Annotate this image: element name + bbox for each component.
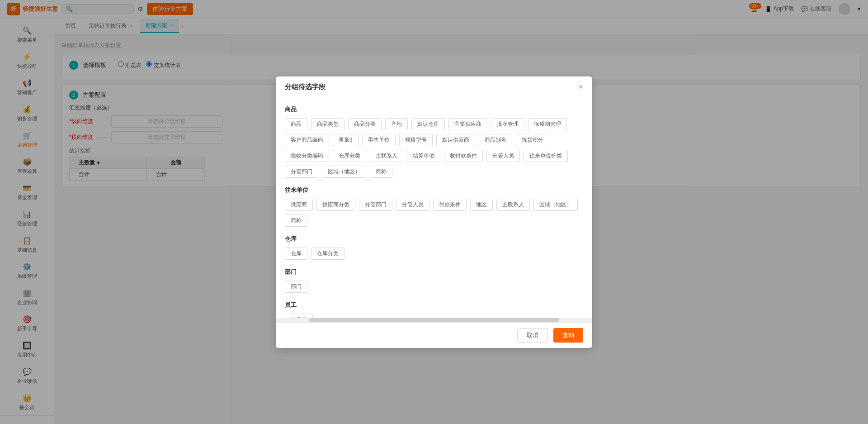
field-tag[interactable]: 主要供应商	[448, 118, 487, 130]
section-employee: 员工 业务员	[285, 301, 583, 318]
field-tag[interactable]: 商品别名	[479, 134, 512, 146]
field-tag[interactable]: 仓库分类	[333, 150, 366, 162]
field-tag[interactable]: 仓库分类	[311, 248, 344, 260]
field-tag[interactable]: 地区	[470, 199, 493, 211]
field-tag[interactable]: 规格型号	[399, 134, 433, 146]
field-tag[interactable]: 简称	[370, 166, 392, 178]
warehouse-fields: 仓库 仓库分类	[285, 248, 583, 260]
field-tag[interactable]: 商品分类	[348, 118, 382, 130]
section-product-title: 商品	[285, 105, 583, 114]
field-tag[interactable]: 拣货积分	[516, 134, 549, 146]
field-tag[interactable]: 分管部门	[285, 166, 318, 178]
field-tag[interactable]: 批次管理	[491, 118, 524, 130]
field-tag[interactable]: 分管人员	[486, 150, 520, 162]
field-tag[interactable]: 分管部门	[359, 199, 392, 211]
field-select-modal: 分组待选字段 × 商品 商品 商品类型 商品分类 产地 默认仓库 主要供应商 批…	[276, 76, 592, 348]
field-tag[interactable]: 税收分类编码	[285, 150, 329, 162]
field-tag[interactable]: 供应商分类	[316, 199, 355, 211]
department-fields: 部门	[285, 281, 583, 293]
field-tag[interactable]: 收付款条件	[444, 150, 483, 162]
section-partner-title: 往来单位	[285, 186, 583, 194]
field-tag[interactable]: 商品	[285, 118, 307, 130]
section-partner: 往来单位 供应商 供应商分类 分管部门 分管人员 付款条件 地区 主联系人 区域…	[285, 186, 583, 227]
section-employee-title: 员工	[285, 301, 583, 309]
field-tag[interactable]: 分管人员	[396, 199, 429, 211]
field-tag[interactable]: 商品类型	[311, 118, 344, 130]
field-tag[interactable]: 默认仓库	[411, 118, 445, 130]
field-tag[interactable]: 付款条件	[433, 199, 467, 211]
field-tag[interactable]: 仓库	[285, 248, 307, 260]
field-tag[interactable]: 结算单位	[407, 150, 440, 162]
modal-close-button[interactable]: ×	[578, 83, 583, 91]
modal-header: 分组待选字段 ×	[276, 76, 592, 98]
field-tag[interactable]: 默认供应商	[436, 134, 475, 146]
partner-fields: 供应商 供应商分类 分管部门 分管人员 付款条件 地区 主联系人 区域（地区） …	[285, 199, 583, 227]
field-tag[interactable]: 业务员	[285, 314, 313, 318]
field-tag[interactable]: 简称	[285, 214, 307, 227]
field-tag[interactable]: 区域（地区）	[322, 166, 366, 178]
field-tag[interactable]: 区域（地区）	[533, 199, 578, 211]
field-tag[interactable]: 重量3	[333, 134, 359, 146]
field-tag[interactable]: 产地	[385, 118, 408, 130]
field-tag[interactable]: 零售单位	[362, 134, 396, 146]
section-department: 部门 部门	[285, 268, 583, 293]
section-product: 商品 商品 商品类型 商品分类 产地 默认仓库 主要供应商 批次管理 保质期管理…	[285, 105, 583, 178]
field-tag[interactable]: 客户商品编码	[285, 134, 329, 146]
field-tag[interactable]: 部门	[285, 281, 307, 293]
field-tag[interactable]: 主联系人	[370, 150, 403, 162]
field-tag[interactable]: 主联系人	[496, 199, 530, 211]
modal-overlay: 分组待选字段 × 商品 商品 商品类型 商品分类 产地 默认仓库 主要供应商 批…	[0, 0, 868, 424]
product-fields: 商品 商品类型 商品分类 产地 默认仓库 主要供应商 批次管理 保质期管理 客户…	[285, 118, 583, 178]
field-tag[interactable]: 保质期管理	[528, 118, 567, 130]
modal-title: 分组待选字段	[285, 83, 326, 91]
cancel-button[interactable]: 取消	[517, 328, 548, 343]
section-warehouse-title: 仓库	[285, 235, 583, 243]
field-tag[interactable]: 往来单位分类	[524, 150, 568, 162]
field-tag[interactable]: 供应商	[285, 199, 313, 211]
confirm-button[interactable]: 查询	[553, 328, 583, 343]
employee-fields: 业务员	[285, 314, 583, 318]
section-warehouse: 仓库 仓库 仓库分类	[285, 235, 583, 260]
modal-body: 商品 商品 商品类型 商品分类 产地 默认仓库 主要供应商 批次管理 保质期管理…	[276, 98, 592, 318]
modal-footer: 取消 查询	[276, 322, 592, 348]
horizontal-scrollbar[interactable]	[276, 318, 592, 322]
section-department-title: 部门	[285, 268, 583, 276]
